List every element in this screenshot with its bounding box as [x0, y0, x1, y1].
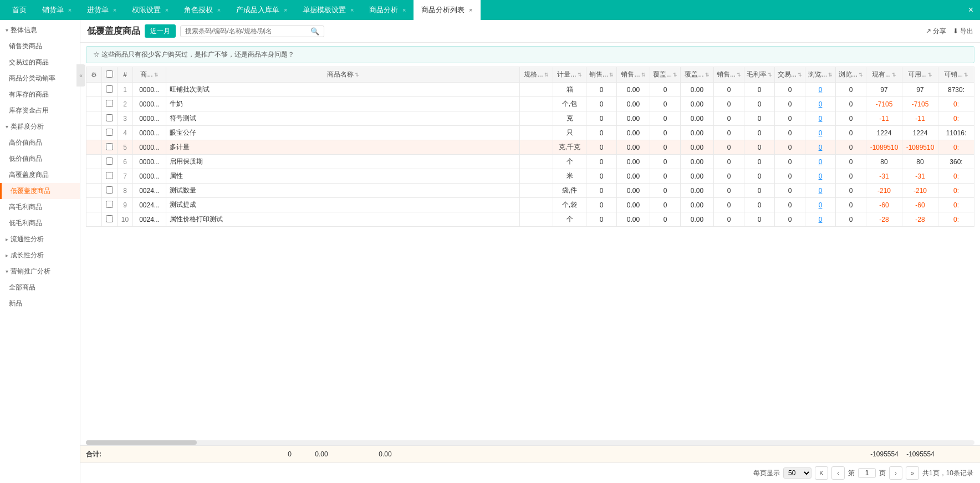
- sidebar-item-low-coverage[interactable]: 低覆盖度商品: [0, 183, 80, 199]
- nav-tab-home[interactable]: 首页: [4, 0, 34, 20]
- cell-browse-a[interactable]: 0: [805, 155, 836, 169]
- row-checkbox[interactable]: [106, 129, 113, 136]
- sidebar-section-marketing[interactable]: ▾ 营销推广分析: [0, 263, 80, 279]
- row-checkbox[interactable]: [106, 114, 113, 121]
- cell-browse-a[interactable]: 0: [805, 97, 836, 111]
- col-checkbox-all[interactable]: [102, 67, 118, 83]
- last-page-btn[interactable]: »: [906, 466, 919, 480]
- sidebar-item-sales-goods[interactable]: 销售类商品: [0, 38, 80, 54]
- cell-checkbox[interactable]: [102, 155, 118, 169]
- close-purchase-tab[interactable]: ×: [113, 7, 116, 13]
- next-page-btn[interactable]: ›: [889, 466, 902, 480]
- cell-browse-a[interactable]: 0: [805, 140, 836, 155]
- sidebar-section-group[interactable]: ▾ 类群度分析: [0, 119, 80, 135]
- select-all-checkbox[interactable]: [106, 70, 113, 78]
- cell-checkbox[interactable]: [102, 126, 118, 140]
- cell-browse-a[interactable]: 0: [805, 169, 836, 184]
- row-checkbox[interactable]: [106, 157, 113, 165]
- close-sales-tab[interactable]: ×: [68, 7, 72, 13]
- sidebar-item-traded-goods[interactable]: 交易过的商品: [0, 54, 80, 70]
- cell-browse-a[interactable]: 0: [805, 126, 836, 140]
- sidebar-item-category-rate[interactable]: 商品分类动销率: [0, 70, 80, 87]
- nav-tab-analysis[interactable]: 商品分析 ×: [361, 0, 414, 20]
- col-sales-amt[interactable]: 销售...⇅: [617, 67, 650, 83]
- scrollbar-thumb[interactable]: [86, 440, 197, 445]
- cell-checkbox[interactable]: [102, 140, 118, 155]
- col-trade[interactable]: 交易...⇅: [775, 67, 805, 83]
- share-icon: ↗: [926, 27, 931, 35]
- col-cover-a[interactable]: 覆盖...⇅: [650, 67, 681, 83]
- col-sales-qty[interactable]: 销售...⇅: [586, 67, 617, 83]
- close-permission-tab[interactable]: ×: [165, 7, 169, 13]
- row-checkbox[interactable]: [106, 201, 113, 208]
- sidebar-item-stock-goods[interactable]: 有库存的商品: [0, 87, 80, 103]
- col-name[interactable]: 商品名称⇅: [166, 67, 520, 83]
- sidebar-item-high-value[interactable]: 高价值商品: [0, 135, 80, 151]
- sidebar-collapse-btn[interactable]: «: [76, 64, 85, 87]
- cell-checkbox[interactable]: [102, 184, 118, 198]
- row-checkbox[interactable]: [106, 186, 113, 194]
- cell-checkbox[interactable]: [102, 83, 118, 97]
- filter-period-btn[interactable]: 近一月: [145, 24, 176, 38]
- cell-checkbox[interactable]: [102, 97, 118, 111]
- nav-tab-role[interactable]: 角色授权 ×: [176, 0, 228, 20]
- row-checkbox[interactable]: [106, 85, 113, 93]
- col-cover-b[interactable]: 覆盖...⇅: [681, 67, 714, 83]
- prev-page-btn[interactable]: ‹: [831, 466, 845, 480]
- sidebar-section-growth[interactable]: ▸ 成长性分析: [0, 247, 80, 263]
- col-browse-a[interactable]: 浏览...⇅: [805, 67, 836, 83]
- close-analysis-list-tab[interactable]: ×: [469, 7, 472, 13]
- sidebar-item-low-value[interactable]: 低价值商品: [0, 151, 80, 167]
- cell-checkbox[interactable]: [102, 111, 118, 126]
- nav-tab-template[interactable]: 单据模板设置 ×: [295, 0, 361, 20]
- col-current[interactable]: 现有...⇅: [866, 67, 902, 83]
- nav-tab-production[interactable]: 产成品入库单 ×: [228, 0, 295, 20]
- cell-checkbox[interactable]: [102, 198, 118, 212]
- col-code[interactable]: 商...⇅: [133, 67, 166, 83]
- nav-tab-purchase[interactable]: 进货单 ×: [79, 0, 124, 20]
- row-checkbox[interactable]: [106, 215, 113, 222]
- sidebar-item-stock-capital[interactable]: 库存资金占用: [0, 103, 80, 119]
- sidebar-section-circulation[interactable]: ▸ 流通性分析: [0, 231, 80, 247]
- search-icon[interactable]: 🔍: [310, 27, 319, 35]
- page-size-select[interactable]: 50 100 200: [783, 467, 811, 479]
- horizontal-scrollbar[interactable]: [86, 440, 974, 445]
- cell-browse-a[interactable]: 0: [805, 83, 836, 97]
- nav-tab-analysis-list[interactable]: 商品分析列表 ×: [414, 0, 480, 20]
- nav-tab-permission[interactable]: 权限设置 ×: [124, 0, 176, 20]
- sidebar-item-new-goods[interactable]: 新品: [0, 296, 80, 312]
- share-btn[interactable]: ↗ 分享: [926, 27, 946, 36]
- sidebar-item-all-goods[interactable]: 全部商品: [0, 279, 80, 296]
- row-checkbox[interactable]: [106, 100, 113, 107]
- row-checkbox[interactable]: [106, 143, 113, 150]
- nav-tab-sales[interactable]: 销货单 ×: [34, 0, 79, 20]
- search-input[interactable]: [185, 27, 310, 35]
- export-btn[interactable]: ⬇ 导出: [953, 27, 973, 36]
- col-sellable[interactable]: 可销...⇅: [938, 67, 974, 83]
- close-window-btn[interactable]: ×: [968, 5, 973, 15]
- cell-browse-a[interactable]: 0: [805, 198, 836, 212]
- sidebar-item-high-coverage[interactable]: 高覆盖度商品: [0, 167, 80, 183]
- col-gross-rate[interactable]: 毛利率⇅: [744, 67, 775, 83]
- col-available[interactable]: 可用...⇅: [902, 67, 938, 83]
- col-unit[interactable]: 计量...⇅: [553, 67, 586, 83]
- sidebar-item-low-profit[interactable]: 低毛利商品: [0, 215, 80, 231]
- sidebar-item-high-profit[interactable]: 高毛利商品: [0, 199, 80, 215]
- close-template-tab[interactable]: ×: [350, 7, 354, 13]
- cell-browse-a[interactable]: 0: [805, 184, 836, 198]
- cell-checkbox[interactable]: [102, 169, 118, 184]
- close-analysis-tab[interactable]: ×: [402, 7, 406, 13]
- first-page-btn[interactable]: K: [815, 466, 828, 480]
- cell-checkbox[interactable]: [102, 212, 118, 227]
- close-production-tab[interactable]: ×: [284, 7, 287, 13]
- col-spec[interactable]: 规格...⇅: [520, 67, 553, 83]
- close-role-tab[interactable]: ×: [217, 7, 221, 13]
- col-browse-b[interactable]: 浏览...⇅: [836, 67, 866, 83]
- col-settings[interactable]: ⚙: [86, 67, 102, 83]
- row-checkbox[interactable]: [106, 172, 113, 179]
- page-number-input[interactable]: [858, 468, 876, 478]
- sidebar-section-overall[interactable]: ▾ 整体信息: [0, 22, 80, 38]
- cell-browse-a[interactable]: 0: [805, 111, 836, 126]
- col-sales-c[interactable]: 销售...⇅: [714, 67, 744, 83]
- cell-browse-a[interactable]: 0: [805, 212, 836, 227]
